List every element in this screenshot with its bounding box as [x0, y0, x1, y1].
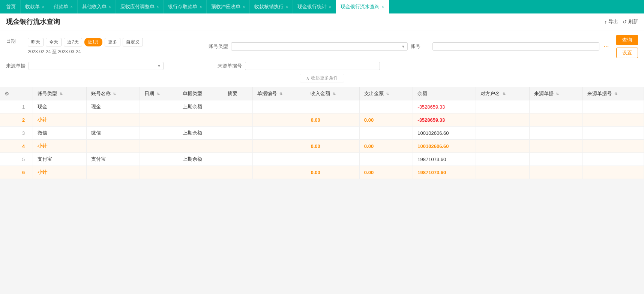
nav-tab-bank-deposit[interactable]: 银行存取款单 ×: [164, 0, 207, 13]
source-doc-filter-label: 来源单据: [6, 63, 26, 69]
sort-icon-date: ⇅: [157, 92, 160, 96]
table-cell: 小计: [33, 140, 86, 153]
table-cell: 5: [14, 153, 33, 166]
header-actions: ↑ 导出 ↺ 刷新: [605, 18, 638, 25]
table-cell: [86, 140, 140, 153]
table-cell: [223, 113, 252, 127]
nav-tab-receipt-close[interactable]: ×: [42, 5, 44, 9]
table-header-date[interactable]: 日期 ⇅: [140, 87, 178, 100]
date-btn-yesterday[interactable]: 昨天: [28, 38, 44, 46]
source-doc-no-input[interactable]: [245, 62, 380, 70]
nav-tab-prepay[interactable]: 预收冲应收单 ×: [207, 0, 250, 13]
table-cell: [178, 140, 223, 153]
nav-tab-verify-label: 收款核销执行: [254, 3, 284, 10]
date-btn-1month[interactable]: 近1月: [84, 38, 103, 46]
account-type-chevron-icon: ▾: [402, 44, 404, 49]
table-cell: [476, 127, 529, 140]
table-cell: [583, 153, 644, 166]
table-cell: [252, 153, 306, 166]
nav-tab-cash-stat-close[interactable]: ×: [329, 5, 331, 9]
table-header-source-doc-no[interactable]: 来源单据号 ⇅: [583, 87, 644, 100]
sort-icon-expense: ⇅: [386, 92, 389, 96]
table-cell: 小计: [33, 166, 86, 179]
table-header-account-type[interactable]: 账号类型 ⇅: [33, 87, 86, 100]
nav-tab-other-income[interactable]: 其他收入单 ×: [78, 0, 116, 13]
collapse-bar: ∧ 收起更多条件: [6, 74, 638, 82]
date-btn-custom[interactable]: 自定义: [123, 38, 143, 46]
search-button[interactable]: 查询: [616, 35, 638, 45]
account-filter-label: 账号: [411, 43, 429, 50]
table-cell: [140, 153, 178, 166]
nav-tab-ar-ap-adjust[interactable]: 应收应付调整单 ×: [116, 0, 164, 13]
nav-tab-payment[interactable]: 付款单 ×: [49, 0, 78, 13]
table-cell: [252, 127, 306, 140]
table-cell: [0, 100, 14, 113]
table-cell: 100102606.60: [413, 127, 476, 140]
table-cell: 2: [14, 113, 33, 127]
table-cell: 0.00: [306, 166, 359, 179]
sort-icon-income: ⇅: [333, 92, 336, 96]
account-more-button[interactable]: ···: [602, 43, 610, 50]
table-row: 1现金现金上期余额-3528659.33: [0, 100, 644, 113]
source-doc-select[interactable]: ▾: [29, 62, 164, 70]
nav-tab-prepay-close[interactable]: ×: [243, 5, 245, 9]
nav-tab-payment-label: 付款单: [54, 3, 68, 10]
table-cell: [583, 140, 644, 153]
nav-tab-verify[interactable]: 收款核销执行 ×: [250, 0, 293, 13]
table-header-counterparty[interactable]: 对方户名 ⇅: [476, 87, 529, 100]
nav-tab-home[interactable]: 首页: [2, 0, 21, 13]
export-button[interactable]: ↑ 导出: [605, 18, 618, 25]
table-cell: [529, 166, 582, 179]
date-btn-more[interactable]: 更多: [105, 38, 120, 46]
sort-icon-doc-no: ⇅: [279, 92, 282, 96]
table-header-settings[interactable]: ⚙: [0, 87, 14, 100]
refresh-button[interactable]: ↺ 刷新: [623, 18, 638, 25]
settings-button[interactable]: 设置: [616, 48, 638, 58]
table-cell: [476, 140, 529, 153]
table-cell: [252, 166, 306, 179]
table-cell: [223, 127, 252, 140]
page-title: 现金银行流水查询: [6, 17, 60, 26]
table-cell: 4: [14, 140, 33, 153]
nav-tab-payment-close[interactable]: ×: [71, 5, 73, 9]
nav-tab-ar-ap-adjust-close[interactable]: ×: [157, 5, 159, 9]
nav-tab-bank-deposit-close[interactable]: ×: [200, 5, 202, 9]
table-header-balance: 余额: [413, 87, 476, 100]
nav-tab-cash-flow-close[interactable]: ×: [382, 5, 384, 9]
nav-tab-receipt[interactable]: 收款单 ×: [21, 0, 49, 13]
table-header-account-name[interactable]: 账号名称 ⇅: [86, 87, 140, 100]
table-cell: [252, 140, 306, 153]
table-header-index: [14, 87, 33, 100]
table-header-expense[interactable]: 支出金额 ⇅: [359, 87, 413, 100]
nav-tab-cash-flow[interactable]: 现金银行流水查询 ×: [336, 0, 389, 13]
table-cell: [252, 113, 306, 127]
nav-tab-verify-close[interactable]: ×: [286, 5, 288, 9]
table-cell: 现金: [86, 100, 140, 113]
nav-tab-cash-stat[interactable]: 现金银行统计 ×: [293, 0, 336, 13]
table-cell: [306, 153, 359, 166]
date-btn-today[interactable]: 今天: [46, 38, 62, 46]
table-header-doc-no[interactable]: 单据编号 ⇅: [252, 87, 306, 100]
table-cell: 支付宝: [86, 153, 140, 166]
table-cell: -3528659.33: [413, 100, 476, 113]
table-cell: [476, 100, 529, 113]
sort-icon-counterparty: ⇅: [503, 92, 506, 96]
table-cell: 6: [14, 166, 33, 179]
table-row: 6小计0.000.0019871073.60: [0, 166, 644, 179]
account-type-select[interactable]: ▾: [231, 42, 408, 51]
nav-tab-other-income-close[interactable]: ×: [109, 5, 111, 9]
collapse-button[interactable]: ∧ 收起更多条件: [300, 74, 344, 82]
table-cell: [178, 166, 223, 179]
table-cell: 0.00: [359, 113, 413, 127]
table-cell: [140, 100, 178, 113]
table-cell: [223, 140, 252, 153]
table-header-source-doc[interactable]: 来源单据 ⇅: [529, 87, 582, 100]
table-cell: [223, 153, 252, 166]
refresh-label: 刷新: [628, 18, 638, 25]
gear-icon[interactable]: ⚙: [5, 91, 9, 97]
table-header-income[interactable]: 收入金额 ⇅: [306, 87, 359, 100]
account-input[interactable]: [432, 42, 599, 51]
date-btn-7days[interactable]: 近7天: [64, 38, 82, 46]
table-cell: [0, 113, 14, 127]
table-cell: [359, 153, 413, 166]
